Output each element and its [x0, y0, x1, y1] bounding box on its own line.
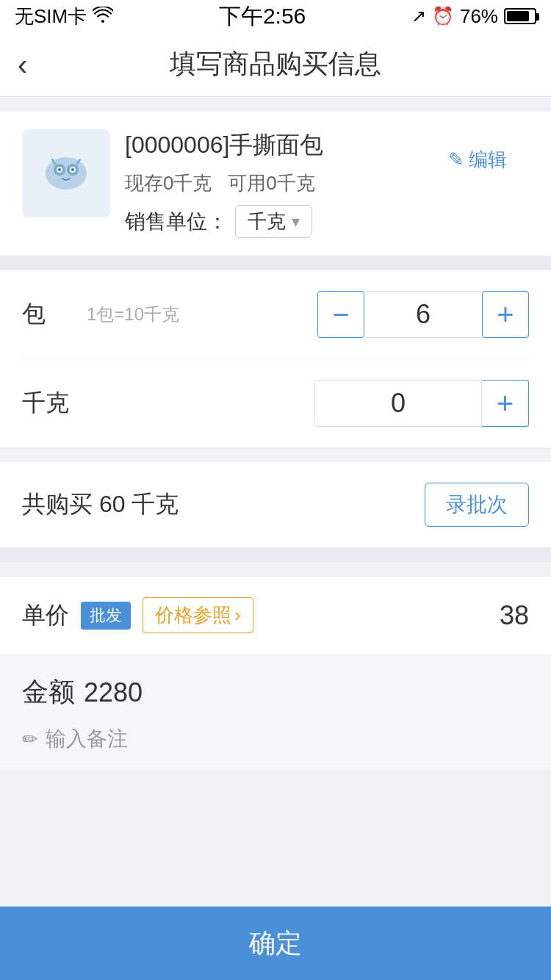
amount-row: 金额 2280	[22, 674, 529, 710]
svg-point-6	[71, 168, 74, 171]
carrier-label: 无SIM卡	[15, 4, 87, 29]
kg-increment-button[interactable]: +	[482, 380, 529, 427]
price-type-tag: 批发	[81, 602, 131, 630]
total-text: 共购买 60 千克	[22, 489, 179, 521]
status-bar: 无SIM卡 下午2:56 ↗ ⏰ 76%	[0, 0, 551, 32]
back-button[interactable]: ‹	[18, 50, 27, 79]
total-section: 共购买 60 千克 录批次	[0, 462, 551, 547]
alarm-icon: ⏰	[432, 6, 454, 26]
kg-row: 千克 +	[22, 359, 529, 447]
product-info: [0000006]手撕面包 现存0千克 可用0千克 销售单位： 千克 ▾ ✎ 编…	[125, 129, 529, 238]
pack-row: 包 1包=10千克 − +	[22, 270, 529, 359]
product-unit-row: 销售单位： 千克 ▾	[125, 205, 529, 238]
battery-percentage: 76%	[460, 5, 498, 28]
pack-increment-button[interactable]: +	[482, 291, 529, 338]
remark-placeholder: 输入备注	[46, 725, 128, 753]
pack-hint: 1包=10千克	[87, 303, 317, 326]
product-thumbnail	[40, 148, 92, 200]
status-left: 无SIM卡	[15, 4, 113, 29]
wifi-icon	[93, 5, 113, 28]
status-right: ↗ ⏰ 76%	[411, 5, 536, 28]
amount-label: 金额	[22, 674, 75, 710]
kg-stepper: +	[314, 380, 529, 427]
batch-button[interactable]: 录批次	[425, 483, 529, 527]
pack-input[interactable]	[364, 291, 482, 338]
price-reference-button[interactable]: 价格参照 ›	[143, 597, 253, 633]
amount-section: 金额 2280 ✏ 输入备注	[0, 654, 551, 768]
product-image	[22, 129, 110, 217]
unit-selector[interactable]: 千克 ▾	[235, 205, 312, 238]
price-label: 单价	[22, 599, 69, 632]
pack-decrement-button[interactable]: −	[317, 291, 364, 338]
kg-input[interactable]	[314, 380, 482, 427]
pack-stepper: − +	[317, 291, 529, 338]
chevron-right-icon: ›	[234, 604, 241, 627]
edit-button[interactable]: ✎ 编辑	[448, 147, 507, 173]
price-value: 38	[500, 600, 529, 631]
battery-icon	[504, 8, 536, 24]
kg-label: 千克	[22, 387, 81, 419]
chevron-down-icon: ▾	[292, 212, 300, 231]
location-icon: ↗	[411, 6, 426, 26]
status-time: 下午2:56	[219, 1, 306, 32]
amount-value: 2280	[84, 677, 143, 708]
nav-bar: ‹ 填写商品购买信息	[0, 32, 551, 97]
pencil-icon: ✏	[22, 728, 38, 751]
pack-input-section: 包 1包=10千克 − + 千克 +	[0, 270, 551, 447]
pack-label: 包	[22, 298, 81, 331]
product-stock: 现存0千克 可用0千克	[125, 170, 529, 196]
separator-2	[0, 547, 551, 562]
remark-row[interactable]: ✏ 输入备注	[22, 725, 529, 753]
confirm-button[interactable]: 确定	[0, 907, 551, 980]
svg-point-5	[58, 168, 61, 171]
separator-1	[0, 256, 551, 270]
price-section: 单价 批发 价格参照 › 38	[0, 577, 551, 654]
product-card: [0000006]手撕面包 现存0千克 可用0千克 销售单位： 千克 ▾ ✎ 编…	[0, 112, 551, 256]
svg-point-0	[46, 157, 87, 190]
page-title: 填写商品购买信息	[170, 46, 381, 82]
edit-icon: ✎	[448, 148, 464, 171]
